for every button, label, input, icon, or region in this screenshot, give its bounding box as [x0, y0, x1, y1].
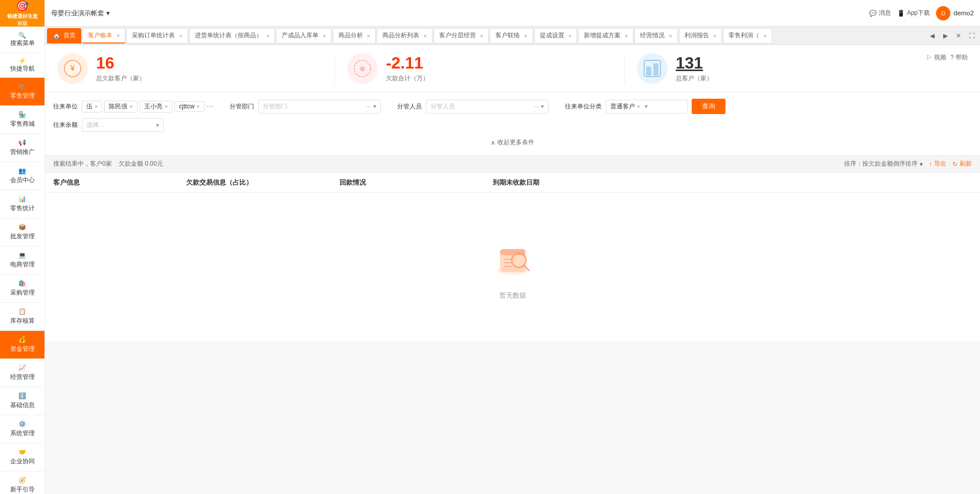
sidebar-item-new-guide[interactable]: 🧭 新手引导: [0, 471, 44, 494]
stat-help-area: ▷ 视频 ? 帮助: [926, 53, 968, 84]
export-label: 导出: [934, 160, 946, 168]
balance-select[interactable]: 选择... ▾: [82, 118, 164, 132]
remove-wang-tag[interactable]: ×: [165, 103, 168, 109]
tab-prev-button[interactable]: ◀: [926, 30, 938, 42]
tab-next-button[interactable]: ▶: [939, 30, 951, 42]
stat-total-customers: 131 总客户（家）: [637, 53, 914, 84]
tab-close-all-button[interactable]: ✕: [952, 30, 965, 42]
tab-expand-button[interactable]: ⛶: [966, 30, 978, 42]
sidebar-item-finance-mgmt[interactable]: 💰 资金管理: [0, 331, 44, 359]
sidebar-item-retail-mgmt[interactable]: 🛒 零售管理: [0, 78, 44, 106]
close-product-analysis-list-icon[interactable]: ×: [423, 33, 426, 39]
remove-chen-tag[interactable]: ×: [129, 103, 132, 109]
close-operation-icon[interactable]: ×: [669, 33, 672, 39]
tab-home[interactable]: 🏠 首页: [47, 28, 81, 43]
sidebar-retail-label: 零售管理: [10, 92, 35, 100]
debt-amount-text: 欠款金额 0.00元: [119, 160, 163, 167]
help-btn[interactable]: ? 帮助: [950, 53, 968, 62]
sidebar-item-retail-shop[interactable]: 🏪 零售商城: [0, 106, 44, 134]
sidebar-item-search[interactable]: 🔍 搜索菜单: [0, 27, 44, 53]
sidebar-wholesale-label: 批发管理: [10, 232, 35, 241]
user-info[interactable]: D demo2: [936, 6, 974, 20]
export-button[interactable]: ↑ 导出: [929, 160, 946, 168]
tab-operation[interactable]: 经营情况 ×: [634, 28, 677, 43]
tab-new-raise-label: 新增提成方案: [584, 31, 621, 40]
messages-button[interactable]: 💬 消息: [869, 9, 891, 17]
sidebar-item-basic-info[interactable]: ℹ️ 基础信息: [0, 387, 44, 415]
sidebar-member-label: 会员中心: [10, 176, 35, 185]
close-product-analysis-icon[interactable]: ×: [367, 33, 370, 39]
sidebar-item-operation-mgmt[interactable]: 📈 经营管理: [0, 359, 44, 387]
quick-nav-icon: ⚡: [4, 57, 40, 64]
result-info: 搜索结果中，客户0家 欠款金额 0.00元: [53, 160, 163, 168]
dept-arrow-icon: ▾: [373, 103, 376, 110]
sidebar-operation-label: 经营管理: [10, 373, 35, 381]
tab-purchase-stats[interactable]: 进货单统计表（按商品） ×: [189, 28, 275, 43]
sidebar-item-enterprise-collab[interactable]: 🤝 企业协同: [0, 443, 44, 471]
stat-value-customers: 16: [96, 54, 145, 72]
sidebar-item-retail-stats[interactable]: 📊 零售统计: [0, 190, 44, 218]
sidebar-item-quick-nav[interactable]: ⚡ 快捷导航: [0, 53, 44, 78]
tab-profit-report[interactable]: 利润报告 ×: [679, 28, 722, 43]
unit-type-arrow-icon: ▾: [645, 103, 648, 110]
account-dropdown[interactable]: 母婴行业演示帐套 ▾: [51, 9, 110, 18]
tab-customer-contact[interactable]: 客户联络 ×: [490, 28, 533, 43]
app-download-button[interactable]: 📱 App下载: [897, 9, 930, 17]
svg-rect-6: [653, 63, 658, 76]
sidebar-item-ecommerce-mgmt[interactable]: 💻 电商管理: [0, 246, 44, 275]
close-raise-settings-icon[interactable]: ×: [568, 33, 572, 39]
close-new-raise-icon[interactable]: ×: [625, 33, 628, 39]
stat-label-debt: 欠款合计（万）: [386, 74, 429, 83]
sidebar-item-wholesale-mgmt[interactable]: 📦 批发管理: [0, 218, 44, 246]
tab-purchase-order[interactable]: 采购订单统计表 ×: [126, 28, 188, 43]
tab-product-inbound[interactable]: 产成品入库单 ×: [276, 28, 331, 43]
new-guide-icon: 🧭: [18, 477, 26, 484]
result-actions: 排序：按欠款金额倒序排序 ▾ ↑ 导出 ↻ 刷新: [844, 160, 972, 168]
tab-customer-book[interactable]: 客户账本 ×: [82, 28, 125, 43]
enterprise-collab-icon: 🤝: [18, 448, 26, 456]
remove-wu-tag[interactable]: ×: [95, 103, 98, 109]
tab-raise-settings[interactable]: 提成设置 ×: [534, 28, 577, 43]
close-retail-profit-icon[interactable]: ×: [763, 33, 766, 39]
close-product-inbound-icon[interactable]: ×: [323, 33, 326, 39]
query-button[interactable]: 查询: [692, 99, 725, 114]
close-purchase-order-icon[interactable]: ×: [179, 33, 182, 39]
sidebar-item-inventory-check[interactable]: 📋 库存核算: [0, 303, 44, 331]
more-tags-icon[interactable]: ···: [207, 102, 213, 111]
logo-text: 畅捷通好生意: [7, 13, 38, 20]
sort-button[interactable]: 排序：按欠款金额倒序排序 ▾: [844, 160, 923, 168]
tab-product-analysis-list[interactable]: 商品分析列表 ×: [377, 28, 432, 43]
sidebar-item-system-mgmt[interactable]: ⚙️ 系统管理: [0, 415, 44, 443]
close-customer-contact-icon[interactable]: ×: [524, 33, 527, 39]
dept-select[interactable]: 分管部门 ··· ▾: [258, 100, 381, 114]
unit-filter-tags: 伍 × 陈民强 × 王小亮 × cjttcw × ···: [82, 101, 213, 113]
tab-customer-layer[interactable]: 客户分层经营 ×: [434, 28, 489, 43]
close-customer-book-icon[interactable]: ×: [117, 32, 120, 38]
sidebar-finance-label: 资金管理: [10, 345, 35, 353]
tab-product-analysis[interactable]: 商品分析 ×: [333, 28, 376, 43]
remove-unit-type-tag[interactable]: ×: [637, 103, 640, 109]
tab-retail-profit[interactable]: 零售利润（ ×: [723, 28, 772, 43]
svg-rect-5: [646, 66, 651, 76]
close-purchase-stats-icon[interactable]: ×: [266, 33, 269, 39]
remove-cjttcw-tag[interactable]: ×: [196, 103, 199, 109]
topbar: 母婴行业演示帐套 ▾ 💬 消息 📱 App下载 D demo2: [45, 0, 980, 27]
empty-icon: [487, 234, 538, 285]
sidebar-item-marketing[interactable]: 📢 营销推广: [0, 134, 44, 162]
dropdown-arrow-icon: ▾: [106, 9, 110, 17]
sidebar-item-purchase-mgmt[interactable]: 🛍️ 采购管理: [0, 275, 44, 303]
close-customer-layer-icon[interactable]: ×: [480, 33, 483, 39]
tab-purchase-stats-label: 进货单统计表（按商品）: [195, 31, 262, 40]
tab-new-raise[interactable]: 新增提成方案 ×: [578, 28, 633, 43]
close-profit-report-icon[interactable]: ×: [713, 33, 716, 39]
video-btn[interactable]: ▷ 视频: [926, 53, 946, 62]
tab-operation-label: 经营情况: [640, 31, 665, 40]
wholesale-mgmt-icon: 📦: [18, 223, 26, 231]
stat-info-3: 131 总客户（家）: [676, 54, 713, 83]
sidebar-item-member-center[interactable]: 👥 会员中心: [0, 162, 44, 190]
collapse-button[interactable]: ∧ 收起更多条件: [491, 138, 534, 147]
unit-type-select[interactable]: 普通客户 × ▾: [606, 100, 688, 114]
person-select[interactable]: 分管人员 ··· ▾: [426, 100, 549, 114]
refresh-button[interactable]: ↻ 刷新: [952, 160, 972, 168]
ecommerce-mgmt-icon: 💻: [18, 252, 26, 259]
